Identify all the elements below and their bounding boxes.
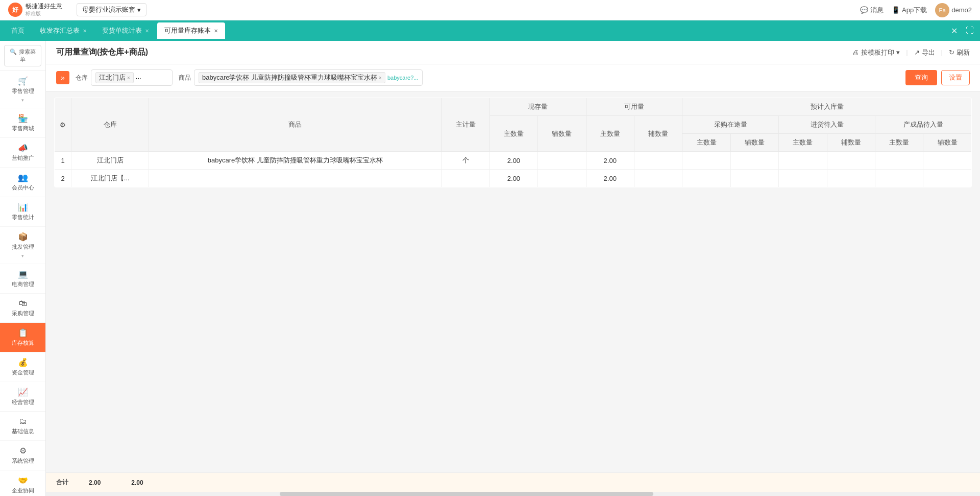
sidebar-item-system-mgmt[interactable]: ⚙ 系统管理	[0, 441, 45, 470]
stock-check-icon: 📋	[18, 328, 28, 338]
sidebar-item-wholesale-mgmt[interactable]: 📦 批发管理 ▾	[0, 227, 45, 264]
filter-bar: » 仓库 江北门店 × ··· 商品 babycare学饮杯 儿童防摔防撞吸管杯…	[46, 64, 980, 91]
tab-home[interactable]: 首页	[4, 22, 32, 39]
top-bar-right: 💬 消息 📱 App下载 Ea demo2	[860, 3, 972, 17]
col-subheader-purchase-transit: 采购在途量	[682, 116, 779, 134]
sidebar-item-purchase-mgmt-label: 采购管理	[12, 310, 34, 317]
cell-stock-aux	[538, 152, 586, 170]
sidebar-item-retail-mall-label: 零售商城	[12, 125, 34, 132]
logo-sub: 标准版	[26, 10, 62, 17]
tab-home-label: 首页	[11, 26, 24, 35]
account-selector-label: 母婴行业演示账套	[82, 5, 135, 14]
sidebar-item-enterprise-collab[interactable]: 🤝 企业协同	[0, 470, 45, 496]
chevron-down-icon: ▾	[21, 253, 24, 258]
sidebar-item-stock-check[interactable]: 📋 库存核算	[0, 323, 45, 352]
tab-available-stock-close-icon[interactable]	[214, 28, 218, 34]
sidebar-item-purchase-mgmt[interactable]: 🛍 采购管理	[0, 294, 45, 323]
cell-avail-main: 2.00	[586, 170, 634, 187]
export-label: 导出	[922, 48, 935, 57]
scroll-thumb[interactable]	[280, 492, 653, 496]
tab-receive-summary[interactable]: 收发存汇总表	[33, 22, 94, 39]
tab-available-stock[interactable]: 可用量库存账本	[157, 22, 225, 39]
tab-fullscreen-btn[interactable]: ⛶	[964, 24, 976, 37]
sidebar-item-basic-info[interactable]: 🗂 基础信息	[0, 412, 45, 441]
logo-text-block: 畅捷通好生意 标准版	[26, 3, 62, 17]
sidebar-search-btn[interactable]: 🔍 搜索菜单	[4, 45, 41, 66]
purchase-mgmt-icon: 🛍	[19, 299, 27, 308]
tab-receive-summary-close-icon[interactable]	[83, 28, 87, 34]
sidebar-item-member-center[interactable]: 👥 会员中心	[0, 168, 45, 197]
print-label: 按模板打印	[861, 48, 894, 57]
page-header-actions: 🖨 按模板打印 | ↗ 导出 | ↻ 刷新	[852, 48, 970, 57]
warehouse-filter-input[interactable]: 江北门店 × ···	[91, 69, 173, 86]
tab-order-stats-close-icon[interactable]	[145, 28, 149, 34]
product-tag-1-close-icon[interactable]: ×	[379, 75, 382, 81]
col-header-available-group: 可用量	[586, 98, 682, 116]
warehouse-tag-close-icon[interactable]: ×	[127, 75, 130, 81]
col-header-product: 商品	[149, 98, 442, 152]
settings-button[interactable]: 设置	[941, 70, 970, 85]
sidebar-item-operations-mgmt-label: 经营管理	[12, 398, 34, 406]
product-tag-1-label: babycare学饮杯 儿童防摔防撞吸管杯重力球吸嘴杯宝宝水杯	[202, 73, 377, 82]
warehouse-tag-label: 江北门店	[99, 73, 126, 82]
tab-close-all-btn[interactable]: ✕	[949, 24, 960, 38]
enterprise-collab-icon: 🤝	[18, 476, 28, 485]
cell-product-main	[875, 170, 923, 187]
refresh-icon: ↻	[949, 49, 954, 56]
col-subheader-inbound-aux: 辅数量	[827, 134, 875, 152]
sidebar-item-ecom-mgmt[interactable]: 💻 电商管理	[0, 264, 45, 294]
col-subheader-avail-aux: 辅数量	[634, 116, 682, 152]
refresh-btn[interactable]: ↻ 刷新	[949, 48, 970, 57]
data-table: 仓库 商品 主计量 现存量 可用量	[54, 98, 972, 187]
product-filter-more[interactable]: babycare?...	[387, 75, 419, 81]
gear-icon[interactable]	[60, 121, 66, 129]
avatar: Ea	[935, 3, 949, 17]
filter-expand-btn[interactable]: »	[56, 71, 69, 84]
marketing-icon: 📣	[18, 143, 28, 153]
system-mgmt-icon: ⚙	[19, 446, 27, 456]
page-title: 可用量查询(按仓库+商品)	[56, 47, 148, 58]
cell-avail-aux	[634, 170, 682, 187]
app-download-label: App下载	[902, 6, 927, 15]
user-area[interactable]: Ea demo2	[935, 3, 972, 17]
col-subheader-product-pending: 产成品待入量	[875, 116, 972, 134]
sidebar-item-finance-mgmt[interactable]: 💰 资金管理	[0, 352, 45, 382]
app-download-btn[interactable]: 📱 App下载	[892, 6, 927, 15]
cell-inbound-aux	[827, 170, 875, 187]
tab-available-stock-label: 可用量库存账本	[164, 26, 211, 35]
content-area: 可用量查询(按仓库+商品) 🖨 按模板打印 | ↗ 导出 | ↻ 刷新	[46, 41, 980, 496]
sidebar-item-retail-mall[interactable]: 🏪 零售商城	[0, 108, 45, 138]
print-btn[interactable]: 🖨 按模板打印	[852, 48, 900, 57]
sidebar-item-finance-mgmt-label: 资金管理	[12, 369, 34, 376]
sidebar-item-operations-mgmt[interactable]: 📈 经营管理	[0, 382, 45, 412]
sidebar-item-marketing[interactable]: 📣 营销推广	[0, 138, 45, 168]
cell-inbound-aux	[827, 152, 875, 170]
col-subheader-product-aux: 辅数量	[923, 134, 972, 152]
sidebar-item-ecom-mgmt-label: 电商管理	[12, 280, 34, 288]
sidebar-item-enterprise-collab-label: 企业协同	[12, 487, 34, 494]
product-filter-input[interactable]: babycare学饮杯 儿童防摔防撞吸管杯重力球吸嘴杯宝宝水杯 × babyca…	[194, 69, 423, 86]
cell-unit: 个	[442, 152, 489, 170]
sidebar-item-wholesale-mgmt-label: 批发管理	[12, 243, 34, 251]
message-btn[interactable]: 💬 消息	[860, 6, 884, 15]
query-button[interactable]: 查询	[905, 70, 937, 85]
sidebar-search: 🔍 搜索菜单	[0, 41, 45, 71]
tab-receive-summary-label: 收发存汇总表	[40, 26, 80, 35]
sidebar-item-retail-stats[interactable]: 📊 零售统计	[0, 197, 45, 227]
account-selector[interactable]: 母婴行业演示账套	[77, 3, 146, 16]
logo-area: 好 畅捷通好生意 标准版	[8, 3, 62, 17]
retail-mall-icon: 🏪	[18, 113, 28, 123]
horizontal-scrollbar[interactable]	[46, 492, 980, 496]
col-subheader-inbound-pending: 进货待入量	[779, 116, 875, 134]
tab-order-stats[interactable]: 要货单统计表	[95, 22, 156, 39]
sidebar-item-basic-info-label: 基础信息	[12, 428, 34, 435]
col-header-main-unit: 主计量	[442, 98, 489, 152]
table-row: 2 江北门店【... 2.00 2.00	[55, 170, 972, 187]
cell-purchase-aux	[730, 170, 778, 187]
cell-warehouse: 江北门店【...	[71, 170, 149, 187]
filter-actions: 查询 设置	[905, 70, 970, 85]
col-subheader-product-main: 主数量	[875, 134, 923, 152]
wholesale-mgmt-icon: 📦	[18, 232, 28, 242]
sidebar-item-retail-mgmt[interactable]: 🛒 零售管理 ▾	[0, 71, 45, 108]
export-btn[interactable]: ↗ 导出	[914, 48, 935, 57]
